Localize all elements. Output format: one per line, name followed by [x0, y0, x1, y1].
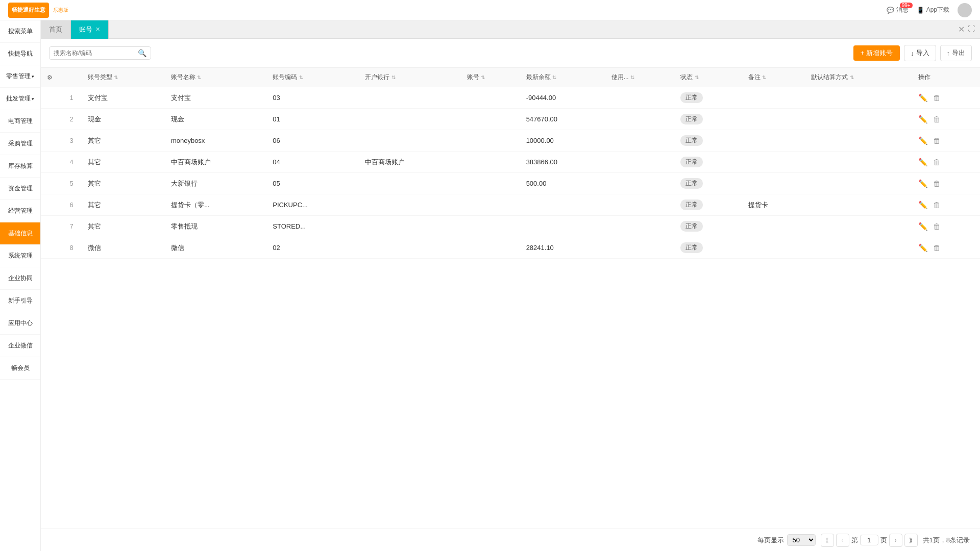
delete-icon[interactable]: 🗑 [933, 201, 941, 210]
col-account[interactable]: 账号 ⇅ [461, 68, 520, 87]
col-default-settle[interactable]: 默认结算方式 ⇅ [805, 68, 912, 87]
sidebar-item-retail-mgmt[interactable]: 零售管理 ▾ [0, 65, 40, 88]
delete-icon[interactable]: 🗑 [933, 158, 941, 167]
sidebar-item-enterprise-agreement[interactable]: 企业协同 [0, 267, 40, 290]
table-container: ⚙ 账号类型 ⇅ 账号名称 ⇅ [41, 68, 980, 529]
cell-type: 其它 [82, 130, 165, 152]
sidebar-label-quick-nav: 快捷导航 [8, 49, 33, 58]
delete-icon[interactable]: 🗑 [933, 243, 941, 253]
next-page-button[interactable]: › [889, 534, 902, 547]
last-page-button[interactable]: ⟫ [904, 534, 918, 547]
edit-icon[interactable]: ✏️ [918, 93, 928, 103]
edit-icon[interactable]: ✏️ [918, 243, 928, 253]
delete-icon[interactable]: 🗑 [933, 179, 941, 188]
app-download-button[interactable]: 📱 App下载 [917, 6, 949, 14]
sidebar-item-new-guide[interactable]: 新手引导 [0, 290, 40, 312]
sidebar-item-wholesale-mgmt[interactable]: 批发管理 ▾ [0, 88, 40, 110]
status-badge: 正常 [680, 135, 703, 146]
col-type[interactable]: 账号类型 ⇅ [82, 68, 165, 87]
settings-icon[interactable]: ⚙ [47, 74, 53, 81]
sidebar-label-purchase-mgmt: 采购管理 [8, 139, 33, 148]
tab-account-close[interactable]: ✕ [95, 26, 100, 33]
cell-remark [742, 109, 805, 130]
sidebar-item-vip-member[interactable]: 畅会员 [0, 357, 40, 380]
cell-settings [41, 130, 61, 152]
col-status[interactable]: 状态 ⇅ [674, 68, 742, 87]
cell-account [461, 130, 520, 152]
sidebar-item-ecommerce-mgmt[interactable]: 电商管理 [0, 110, 40, 133]
cell-balance: 500.00 [520, 173, 605, 194]
close-window-icon[interactable]: ✕ [958, 24, 965, 34]
sidebar-item-finance-mgmt[interactable]: 资金管理 [0, 178, 40, 200]
per-page-select[interactable]: 50 100 [787, 534, 816, 546]
message-button[interactable]: 💬 消息 99+ [887, 6, 909, 14]
sort-code-icon: ⇅ [299, 74, 303, 80]
status-badge: 正常 [680, 199, 703, 210]
col-code[interactable]: 账号编码 ⇅ [266, 68, 359, 87]
col-status-label: 状态 [680, 73, 693, 81]
sidebar-item-enterprise-wechat[interactable]: 企业微信 [0, 335, 40, 357]
chevron-down-icon: ▾ [32, 96, 34, 102]
delete-icon[interactable]: 🗑 [933, 136, 941, 145]
app-icon: 📱 [917, 7, 924, 14]
cell-usage [605, 216, 675, 237]
cell-action: ✏️ 🗑 [912, 194, 980, 216]
cell-remark [742, 152, 805, 173]
cell-usage [605, 194, 675, 216]
table-row: 2 现金 现金 01 547670.00 正常 ✏️ 🗑 [41, 109, 980, 130]
cell-remark [742, 237, 805, 259]
cell-settings [41, 216, 61, 237]
table-row: 7 其它 零售抵现 STORED... 正常 ✏️ 🗑 [41, 216, 980, 237]
cell-bank [359, 194, 460, 216]
status-badge: 正常 [680, 242, 703, 253]
col-balance[interactable]: 最新余额 ⇅ [520, 68, 605, 87]
edit-icon[interactable]: ✏️ [918, 201, 928, 210]
sidebar-item-app-center[interactable]: 应用中心 [0, 312, 40, 335]
status-badge: 正常 [680, 92, 703, 103]
prev-page-button[interactable]: ‹ [836, 534, 849, 547]
sidebar-item-basic-info[interactable]: 基础信息 [0, 222, 40, 245]
tab-account[interactable]: 账号 ✕ [71, 20, 109, 39]
avatar[interactable] [958, 3, 972, 17]
sidebar-item-operation-mgmt[interactable]: 经营管理 [0, 200, 40, 222]
sidebar-item-quick-nav[interactable]: 快捷导航 [0, 43, 40, 65]
cell-usage [605, 152, 675, 173]
search-input[interactable] [54, 49, 136, 57]
main-layout: 搜索菜单 快捷导航 零售管理 ▾ 批发管理 ▾ 电商管理 采购管理 库存核算 资… [0, 20, 980, 551]
cell-num: 3 [61, 130, 82, 152]
edit-icon[interactable]: ✏️ [918, 158, 928, 167]
action-icons: ✏️ 🗑 [918, 115, 974, 124]
col-remark[interactable]: 备注 ⇅ [742, 68, 805, 87]
col-bank[interactable]: 开户银行 ⇅ [359, 68, 460, 87]
edit-icon[interactable]: ✏️ [918, 136, 928, 145]
cell-status: 正常 [674, 109, 742, 130]
toolbar: 🔍 + 新增账号 ↓ 导入 ↑ 导出 [41, 39, 980, 68]
cell-num: 2 [61, 109, 82, 130]
tab-home-label: 首页 [49, 25, 62, 34]
first-page-button[interactable]: ⟪ [821, 534, 834, 547]
import-button[interactable]: ↓ 导入 [904, 45, 936, 61]
col-usage[interactable]: 使用... ⇅ [605, 68, 675, 87]
sidebar-item-purchase-mgmt[interactable]: 采购管理 [0, 133, 40, 155]
sidebar-item-inventory[interactable]: 库存核算 [0, 155, 40, 178]
tab-home[interactable]: 首页 [41, 20, 71, 39]
edit-icon[interactable]: ✏️ [918, 222, 928, 231]
delete-icon[interactable]: 🗑 [933, 222, 941, 231]
cell-code: 04 [266, 152, 359, 173]
edit-icon[interactable]: ✏️ [918, 179, 928, 188]
action-icons: ✏️ 🗑 [918, 158, 974, 167]
sidebar-item-system-mgmt[interactable]: 系统管理 [0, 245, 40, 267]
delete-icon[interactable]: 🗑 [933, 115, 941, 124]
fullscreen-icon[interactable]: ⛶ [968, 24, 975, 34]
delete-icon[interactable]: 🗑 [933, 93, 941, 103]
page-number-input[interactable] [860, 535, 878, 545]
export-button[interactable]: ↑ 导出 [940, 45, 972, 61]
sidebar-item-search-menu[interactable]: 搜索菜单 [0, 20, 40, 43]
cell-name: 零售抵现 [165, 216, 266, 237]
edit-icon[interactable]: ✏️ [918, 115, 928, 124]
add-account-button[interactable]: + 新增账号 [853, 45, 900, 61]
search-icon[interactable]: 🔍 [138, 49, 146, 57]
col-name[interactable]: 账号名称 ⇅ [165, 68, 266, 87]
cell-settings [41, 237, 61, 259]
cell-settings [41, 152, 61, 173]
